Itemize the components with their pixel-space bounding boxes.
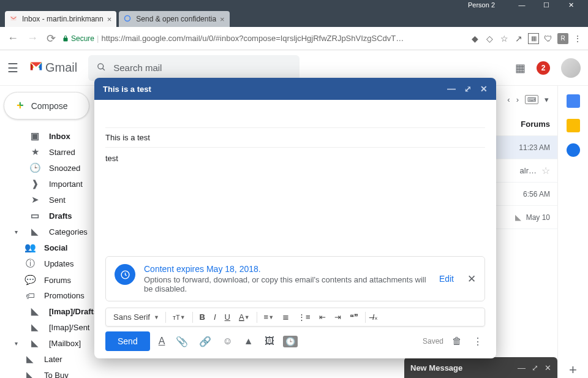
account-avatar[interactable] <box>561 58 581 78</box>
confidential-desc: Options to forward, download, or copy th… <box>144 275 431 293</box>
confidential-close-icon[interactable]: ✕ <box>467 273 476 285</box>
keep-addon-icon[interactable] <box>567 119 580 132</box>
remove-format-button[interactable]: I̶ₓ <box>369 311 382 323</box>
extension-icon[interactable]: ↗ <box>513 33 524 44</box>
font-size-button[interactable]: тT ▼ <box>170 312 189 323</box>
window-maximize-button[interactable]: ☐ <box>534 1 559 9</box>
bookmark-empty-icon[interactable]: ◇ <box>484 33 495 44</box>
saved-label: Saved <box>423 337 443 346</box>
label-icon: ◣ <box>29 338 40 349</box>
more-options-icon[interactable]: ⋮ <box>470 333 485 350</box>
confidential-headline: Content expires May 18, 2018. <box>144 264 431 274</box>
label-icon: ◣ <box>29 322 40 333</box>
nav-reload-button[interactable]: ⟳ <box>44 29 58 48</box>
browser-address-bar: ← → ⟳ Secure | https://mail.google.com/m… <box>0 27 588 50</box>
gmail-logo[interactable]: Gmail <box>29 59 77 77</box>
bulleted-list-button[interactable]: ⋮≡ <box>295 311 314 323</box>
browser-tab-active[interactable]: Inbox - martin.brinkmann × <box>5 11 116 27</box>
subject-field[interactable]: This is a test <box>105 128 485 148</box>
recipients-field[interactable] <box>105 107 485 128</box>
fullscreen-exit-icon[interactable]: ⤢ <box>464 84 472 94</box>
mini-compose-title: New Message <box>410 363 511 372</box>
google-favicon <box>124 15 132 23</box>
label-icon: ◣ <box>24 369 36 378</box>
shield-icon[interactable]: 🛡 <box>543 33 554 44</box>
indent-less-button[interactable]: ⇤ <box>316 311 329 323</box>
send-toolbar: Send A 📎 🔗 ☺ ▲ 🖼 🕒 Saved 🗑 ⋮ <box>105 331 485 353</box>
mini-close-icon[interactable]: ✕ <box>545 363 551 372</box>
quote-button[interactable]: ❝❞ <box>347 311 361 323</box>
mini-expand-icon[interactable]: ⤢ <box>532 363 538 372</box>
emoji-icon[interactable]: ☺ <box>220 333 235 349</box>
pagination-next-icon[interactable]: › <box>516 95 519 104</box>
calendar-addon-icon[interactable] <box>567 94 580 108</box>
minimized-compose[interactable]: New Message — ⤢ ✕ <box>404 357 557 378</box>
caret-down-icon: ▾ <box>15 340 21 347</box>
label-icon: ◣ <box>29 306 40 317</box>
label-icon: ◣ <box>515 213 521 222</box>
label-icon: ◣ <box>29 226 40 237</box>
tab-close-icon[interactable]: × <box>107 15 112 24</box>
tasks-addon-icon[interactable] <box>567 143 580 157</box>
confidential-edit-button[interactable]: Edit <box>439 274 454 284</box>
pagination-prev-icon[interactable]: ‹ <box>507 95 510 104</box>
sent-icon: ➤ <box>29 194 40 205</box>
mini-minimize-icon[interactable]: — <box>518 363 526 372</box>
caret-down-icon: ▾ <box>15 229 21 235</box>
star-outline-icon[interactable]: ☆ <box>541 165 550 176</box>
nav-back-button[interactable]: ← <box>5 29 21 47</box>
people-icon: 👥 <box>24 242 36 253</box>
font-family-select[interactable]: Sans Serif▼ <box>111 311 162 323</box>
text-color-button[interactable]: A ▼ <box>236 311 253 323</box>
bold-button[interactable]: B <box>197 311 208 323</box>
bookmark-star-icon[interactable]: ☆ <box>499 33 510 44</box>
nav-forward-button[interactable]: → <box>24 29 40 47</box>
tab-close-icon[interactable]: × <box>220 15 225 24</box>
window-minimize-button[interactable]: — <box>510 1 534 9</box>
format-toolbar: Sans Serif▼ тT ▼ B I U A ▼ ≡ ▼ ≣ ⋮≡ ⇤ ⇥ … <box>105 308 485 327</box>
window-close-button[interactable]: ✕ <box>559 1 583 9</box>
notifications-badge[interactable]: 2 <box>537 61 550 75</box>
extension-icon[interactable]: ▦ <box>528 33 539 44</box>
search-icon <box>97 62 106 74</box>
drive-icon[interactable]: ▲ <box>241 333 256 349</box>
message-body[interactable]: test <box>105 148 485 256</box>
confidential-banner: Content expires May 18, 2018. Options to… <box>105 256 485 301</box>
attach-icon[interactable]: 📎 <box>173 333 190 350</box>
apps-grid-icon[interactable]: ▦ <box>515 61 526 75</box>
browser-menu-icon[interactable]: ⋮ <box>572 33 583 44</box>
keyboard-icon[interactable]: ⌨ <box>525 95 538 104</box>
confidential-mode-icon[interactable]: 🕒 <box>283 336 298 347</box>
tab-title: Inbox - martin.brinkmann <box>22 15 104 23</box>
gmail-favicon <box>10 15 18 23</box>
text-format-icon[interactable]: A <box>156 333 168 349</box>
confidential-clock-icon <box>115 264 135 285</box>
browser-tab[interactable]: Send & open confidentia × <box>119 11 229 27</box>
discard-draft-icon[interactable]: 🗑 <box>450 333 464 349</box>
underline-button[interactable]: U <box>222 311 233 323</box>
url-box[interactable]: Secure | https://mail.google.com/mail/u/… <box>62 34 466 43</box>
main-menu-icon[interactable]: ☰ <box>7 61 18 75</box>
add-addon-button[interactable]: + <box>569 362 577 378</box>
send-button[interactable]: Send <box>105 331 150 351</box>
extension-icon[interactable]: ◆ <box>469 33 480 44</box>
forum-icon: 💬 <box>24 274 36 285</box>
chevron-down-icon: ▼ <box>154 314 159 320</box>
italic-button[interactable]: I <box>211 311 219 323</box>
profile-label: Person 2 <box>468 1 495 9</box>
compose-button[interactable]: + Compose <box>4 92 89 119</box>
search-placeholder: Search mail <box>113 62 162 73</box>
indent-more-button[interactable]: ⇥ <box>331 311 344 323</box>
settings-caret-icon[interactable]: ▾ <box>545 95 549 104</box>
align-button[interactable]: ≡ ▼ <box>261 311 277 323</box>
minimize-icon[interactable]: — <box>447 84 456 94</box>
numbered-list-button[interactable]: ≣ <box>279 311 292 323</box>
tag-icon: 🏷 <box>24 290 36 301</box>
compose-header[interactable]: This is a test — ⤢ ✕ <box>94 78 496 100</box>
close-icon[interactable]: ✕ <box>480 84 488 94</box>
sidebar-item-tobuy[interactable]: ◣To Buy <box>4 367 143 378</box>
search-input[interactable]: Search mail <box>88 55 299 81</box>
insert-photo-icon[interactable]: 🖼 <box>262 333 277 349</box>
extension-icon[interactable]: R <box>557 33 568 44</box>
insert-link-icon[interactable]: 🔗 <box>197 333 214 350</box>
